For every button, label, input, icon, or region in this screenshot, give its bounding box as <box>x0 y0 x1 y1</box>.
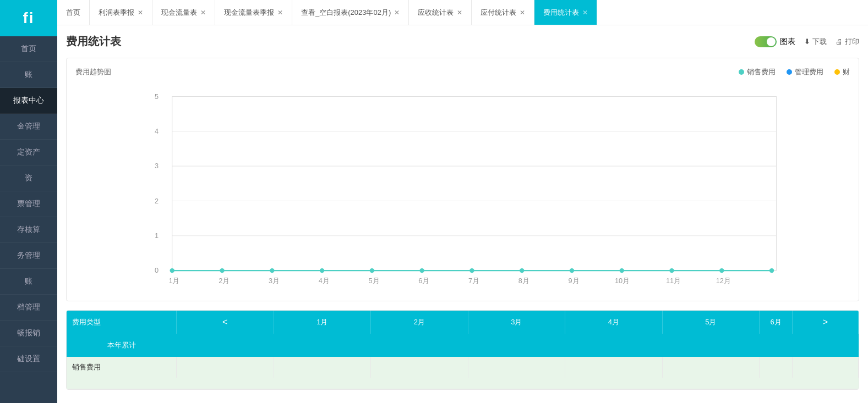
sidebar-item-ticket-mgmt[interactable]: 票管理 <box>0 191 57 217</box>
th-next-arrow[interactable]: > <box>793 311 859 334</box>
svg-text:3: 3 <box>155 162 159 170</box>
sidebar-logo: fi <box>0 0 57 36</box>
svg-point-23 <box>669 268 674 273</box>
chart-container: 费用趋势图 销售费用 管理费用 财 <box>66 58 859 301</box>
chart-title: 费用趋势图 <box>75 67 111 77</box>
td-sales-expense-m1 <box>177 357 274 378</box>
legend-dot-finance <box>834 69 840 75</box>
prev-month-arrow[interactable]: < <box>220 317 230 327</box>
tab-receivable[interactable]: 应收统计表 ✕ <box>409 0 472 25</box>
header-actions: 图表 ⬇ 下载 🖨 打印 <box>755 36 859 47</box>
tab-close-payable[interactable]: ✕ <box>520 9 525 16</box>
th-ytd: 本年累计 <box>67 334 177 357</box>
trend-chart: 5 4 3 2 1 0 <box>75 81 850 290</box>
tab-blank-report[interactable]: 查看_空白报表(2023年02月) ✕ <box>292 0 409 25</box>
th-month2: 2月 <box>371 311 468 334</box>
svg-text:1月: 1月 <box>168 277 179 285</box>
sidebar-item-basic-settings[interactable]: 础设置 <box>0 346 57 372</box>
chart-legend: 销售费用 管理费用 财 <box>739 67 850 77</box>
legend-label-sales: 销售费用 <box>747 67 776 77</box>
table-header: 费用类型 < 1月 2月 3月 4月 5月 6月 > 本年累计 <box>67 311 859 357</box>
svg-text:5: 5 <box>155 93 159 101</box>
th-expense-type: 费用类型 <box>67 311 177 334</box>
svg-point-16 <box>320 268 324 273</box>
chart-toggle-label: 图表 <box>780 37 795 47</box>
tab-close-cashflow-table[interactable]: ✕ <box>200 9 206 16</box>
svg-text:7月: 7月 <box>468 277 479 285</box>
td-sales-expense-m5 <box>565 357 663 378</box>
page-body: 费用统计表 图表 ⬇ 下载 🖨 打印 费用趋势图 <box>57 25 868 403</box>
svg-text:1: 1 <box>155 232 159 240</box>
svg-text:10月: 10月 <box>615 277 630 285</box>
sidebar-item-inventory[interactable]: 存核算 <box>0 217 57 243</box>
tab-payable[interactable]: 应付统计表 ✕ <box>472 0 534 25</box>
chart-svg-wrap: 5 4 3 2 1 0 <box>75 81 850 292</box>
svg-text:12月: 12月 <box>716 277 731 285</box>
sidebar-item-sales-return[interactable]: 畅报销 <box>0 321 57 346</box>
download-icon: ⬇ <box>804 37 810 46</box>
td-sales-expense-m3 <box>371 357 468 378</box>
tab-bar: 首页 利润表季报 ✕ 现金流量表 ✕ 现金流量表季报 ✕ 查看_空白报表(202… <box>57 0 868 25</box>
td-sales-expense-m7 <box>760 357 793 378</box>
td-sales-expense-type: 销售费用 <box>67 357 177 378</box>
svg-text:3月: 3月 <box>269 277 280 285</box>
tab-close-profit-report[interactable]: ✕ <box>138 9 143 16</box>
svg-text:4月: 4月 <box>319 277 330 285</box>
tab-close-receivable[interactable]: ✕ <box>457 9 462 16</box>
svg-point-24 <box>719 268 724 273</box>
svg-point-15 <box>270 268 274 273</box>
sidebar-item-account[interactable]: 账 <box>0 62 57 88</box>
sidebar-item-capital[interactable]: 资 <box>0 165 57 191</box>
sidebar-item-fixed-assets[interactable]: 定资产 <box>0 140 57 165</box>
print-button[interactable]: 🖨 打印 <box>836 37 859 47</box>
sidebar-item-archive-mgmt[interactable]: 档管理 <box>0 295 57 321</box>
svg-point-21 <box>570 268 574 273</box>
legend-finance-expense: 财 <box>834 67 850 77</box>
sidebar-item-fund-mgmt[interactable]: 金管理 <box>0 114 57 140</box>
legend-label-finance: 财 <box>843 67 850 77</box>
legend-sales-expense: 销售费用 <box>739 67 776 77</box>
data-table-wrap: 费用类型 < 1月 2月 3月 4月 5月 6月 > 本年累计 销售费用 <box>66 310 859 390</box>
th-month6: 6月 <box>760 311 793 334</box>
next-month-arrow[interactable]: > <box>821 317 830 327</box>
th-month4: 4月 <box>565 311 663 334</box>
td-sales-expense-m4 <box>468 357 566 378</box>
legend-dot-admin <box>787 69 792 75</box>
svg-text:11月: 11月 <box>666 277 681 285</box>
tab-cashflow-quarterly[interactable]: 现金流量表季报 ✕ <box>215 0 292 25</box>
legend-dot-sales <box>739 69 744 75</box>
svg-text:4: 4 <box>155 128 159 135</box>
sidebar-item-service-mgmt[interactable]: 务管理 <box>0 243 57 269</box>
svg-text:2: 2 <box>155 197 159 205</box>
legend-admin-expense: 管理费用 <box>787 67 823 77</box>
table-row-sales-expense: 销售费用 <box>67 357 859 389</box>
sidebar-item-home[interactable]: 首页 <box>0 36 57 62</box>
svg-point-25 <box>769 268 774 273</box>
tab-close-blank-report[interactable]: ✕ <box>394 9 400 16</box>
print-icon: 🖨 <box>836 37 843 46</box>
td-sales-expense-m2 <box>274 357 372 378</box>
svg-text:8月: 8月 <box>518 277 529 285</box>
th-month3: 3月 <box>468 311 566 334</box>
page-title: 费用统计表 <box>66 34 121 49</box>
sidebar: fi 首页 账 报表中心 金管理 定资产 资 票管理 存核算 务管理 账 档管理… <box>0 0 57 403</box>
download-button[interactable]: ⬇ 下载 <box>804 37 827 47</box>
svg-point-17 <box>370 268 374 273</box>
tab-close-cashflow-quarterly[interactable]: ✕ <box>277 9 283 16</box>
tab-expense-stats[interactable]: 费用统计表 ✕ <box>534 0 597 25</box>
tab-profit-report[interactable]: 利润表季报 ✕ <box>90 0 152 25</box>
th-prev-arrow[interactable]: < <box>177 311 274 334</box>
chart-toggle[interactable] <box>755 36 777 47</box>
tab-cashflow-table[interactable]: 现金流量表 ✕ <box>152 0 215 25</box>
sidebar-item-ledger[interactable]: 账 <box>0 269 57 295</box>
svg-point-19 <box>470 268 474 273</box>
chart-toggle-wrap: 图表 <box>755 36 795 47</box>
sidebar-item-report-center[interactable]: 报表中心 <box>0 88 57 114</box>
svg-point-18 <box>419 268 424 273</box>
tab-home[interactable]: 首页 <box>57 0 90 25</box>
svg-text:0: 0 <box>155 267 159 274</box>
tab-close-expense-stats[interactable]: ✕ <box>582 9 588 16</box>
th-month5: 5月 <box>663 311 760 334</box>
td-sales-expense-ytd <box>67 378 177 389</box>
svg-point-14 <box>220 268 224 273</box>
